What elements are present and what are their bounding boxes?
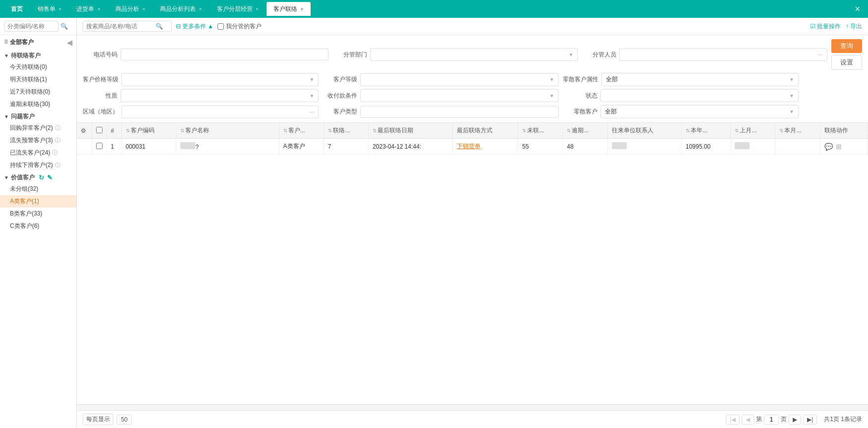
filter-scattered-attr-chevron: ▼ — [789, 77, 794, 82]
sidebar-item-class-a[interactable]: A类客户(1) — [0, 195, 76, 208]
sidebar-item-unclassified[interactable]: 未分组(32) — [0, 183, 76, 195]
sidebar-item-lost[interactable]: 已流失客户(24) ⓘ — [0, 147, 76, 159]
chat-icon[interactable]: 💬 — [824, 143, 833, 151]
value-group-label: 价值客户 — [11, 173, 35, 182]
filter-dept-select[interactable]: ▼ — [370, 48, 578, 61]
col-thismonth-header[interactable]: ⇅本月... — [775, 123, 820, 139]
filter-nature-select[interactable]: ▼ — [120, 89, 319, 102]
row-checkbox[interactable] — [96, 143, 103, 149]
toolbar-search-input[interactable] — [86, 23, 156, 30]
cell-contact2 — [607, 139, 681, 155]
sidebar-item-today[interactable]: 今天待联络(0) — [0, 61, 76, 73]
col-nocontact-header[interactable]: ⇅未联... — [518, 123, 563, 139]
refresh-icon[interactable]: ↻ — [39, 174, 44, 181]
col-contact2-header: 往来单位联系人 — [607, 123, 681, 139]
last-method-link[interactable]: 下销货单 — [457, 143, 481, 150]
first-page-button[interactable]: |◀ — [726, 415, 740, 425]
tab-customer-contact-close[interactable]: × — [300, 6, 303, 12]
cell-thisyear: 10995.00 — [682, 139, 731, 155]
next-page-button[interactable]: ▶ — [789, 415, 801, 425]
tab-product-list[interactable]: 商品分析列表 × — [153, 2, 209, 16]
col-code-header[interactable]: ⇅客户编码 — [121, 123, 176, 139]
sidebar-item-tomorrow-label: 明天待联络(1) — [10, 75, 47, 84]
more-filters-button[interactable]: ⊟ 更多条件 ▲ — [176, 22, 214, 31]
col-lastmonth-header[interactable]: ⇅上月... — [731, 123, 775, 139]
tab-product-analysis[interactable]: 商品分析 × — [108, 2, 152, 16]
my-customers-checkbox[interactable] — [217, 23, 224, 30]
sidebar-item-loss-warning[interactable]: 流失预警客户(3) ⓘ — [0, 134, 76, 147]
sidebar-item-7days-label: 近7天待联络(0) — [10, 88, 50, 96]
filter-customer-level-label: 客户等级 — [323, 75, 357, 84]
sidebar-item-overdue[interactable]: 逾期未联络(30) — [0, 98, 76, 110]
class-b-label: B类客户(33) — [10, 210, 42, 218]
filter-price-level-select[interactable]: ▼ — [121, 73, 319, 86]
filter-customer-level-select[interactable]: ▼ — [360, 73, 558, 86]
filter-customer-level-chevron: ▼ — [549, 77, 554, 82]
toolbar: 🔍 ⊟ 更多条件 ▲ 我分管的客户 ☑ 批量操作 ↑ 导出 — [77, 18, 868, 35]
per-page-select[interactable]: 50 — [116, 415, 132, 425]
export-button[interactable]: ↑ 导出 — [846, 22, 862, 31]
col-overdue-header[interactable]: ⇅逾期... — [563, 123, 607, 139]
tab-sales[interactable]: 销售单 × — [31, 2, 68, 16]
tab-home[interactable]: 首页 — [4, 2, 30, 16]
tab-product-list-close[interactable]: × — [199, 6, 202, 12]
toolbar-search-icon[interactable]: 🔍 — [156, 23, 163, 30]
settings-button[interactable]: 设置 — [831, 55, 862, 70]
col-level-header[interactable]: ⇅客户... — [279, 123, 324, 139]
filter-scattered-attr-select[interactable]: 全部 ▼ — [601, 73, 799, 86]
filter-nature-chevron: ▼ — [309, 93, 314, 99]
tab-sales-close[interactable]: × — [58, 6, 61, 12]
filter-status-select[interactable]: ▼ — [600, 89, 799, 102]
sidebar-group-value[interactable]: ▼ 价值客户 ↻ ✎ — [0, 171, 76, 183]
sidebar-item-class-b[interactable]: B类客户(33) — [0, 208, 76, 220]
sidebar-item-declining[interactable]: 持续下滑客户(2) ⓘ — [0, 159, 76, 171]
sidebar-search-icon[interactable]: 🔍 — [60, 23, 68, 30]
last-page-button[interactable]: ▶| — [803, 415, 817, 425]
col-settings-header[interactable]: ⚙ — [77, 123, 92, 139]
sidebar-search-input[interactable] — [4, 21, 58, 32]
lastmonth-gray-box — [735, 142, 750, 149]
sidebar-item-class-c[interactable]: C类客户(6) — [0, 220, 76, 232]
lost-label: 已流失客户(24) — [10, 149, 50, 157]
tab-customer-segment-close[interactable]: × — [256, 6, 259, 12]
batch-op-button[interactable]: ☑ 批量操作 — [810, 22, 841, 31]
col-name-header[interactable]: ⇅客户名称 — [176, 123, 279, 139]
sidebar-group-pending[interactable]: ▼ 待联络客户 — [0, 50, 76, 61]
col-thisyear-header[interactable]: ⇅本年... — [682, 123, 731, 139]
horizontal-scrollbar[interactable] — [77, 404, 868, 410]
filter-region-select[interactable]: ··· — [121, 106, 319, 118]
filter-scattered-select[interactable]: 全部 ▼ — [600, 105, 799, 118]
tab-product-analysis-close[interactable]: × — [142, 6, 145, 12]
select-all-checkbox[interactable] — [96, 127, 103, 133]
prev-page-button[interactable]: ◀ — [742, 415, 754, 425]
sidebar-collapse-icon[interactable]: ◀ — [67, 39, 72, 47]
col-action-header: 联络动作 — [820, 123, 868, 139]
page-number-input[interactable] — [764, 415, 779, 425]
qr-icon[interactable]: ⊞ — [836, 143, 842, 151]
cell-lastmethod[interactable]: 下销货单 — [453, 139, 518, 155]
sidebar-group-problem[interactable]: ▼ 问题客户 — [0, 110, 76, 122]
tab-customer-segment[interactable]: 客户分层经营 × — [210, 2, 266, 16]
col-checkbox-header[interactable] — [92, 123, 107, 139]
edit-icon[interactable]: ✎ — [47, 174, 53, 181]
col-contact-header[interactable]: ⇅联络... — [324, 123, 368, 139]
tab-customer-contact[interactable]: 客户联络 × — [267, 2, 310, 16]
sidebar-item-7days[interactable]: 近7天待联络(0) — [0, 86, 76, 98]
sidebar-all-customers[interactable]: ⠿ 全部客户 ◀ — [0, 35, 76, 50]
query-button[interactable]: 查询 — [831, 39, 862, 53]
tab-purchase-close[interactable]: × — [97, 6, 100, 12]
filter-nature-label: 性质 — [83, 92, 117, 100]
my-customers-checkbox-area[interactable]: 我分管的客户 — [217, 22, 262, 31]
filter-phone-input[interactable] — [120, 49, 328, 60]
sidebar-item-tomorrow[interactable]: 明天待联络(1) — [0, 73, 76, 86]
col-lastdate-header[interactable]: ⇅最后联络日期 — [369, 123, 453, 139]
tab-purchase[interactable]: 进货单 × — [69, 2, 107, 16]
sidebar-item-repurchase-abnormal[interactable]: 回购异常客户(2) ⓘ — [0, 122, 76, 134]
window-close-icon[interactable]: × — [851, 4, 864, 14]
cell-checkbox[interactable] — [92, 139, 107, 155]
filter-person-select[interactable]: ··· — [619, 48, 827, 61]
filter-customer-type-input[interactable] — [360, 106, 558, 118]
filter-payment-select[interactable]: ▼ — [360, 89, 558, 102]
filter-scattered-chevron: ▼ — [789, 109, 794, 114]
tab-customer-contact-label: 客户联络 — [273, 5, 297, 13]
